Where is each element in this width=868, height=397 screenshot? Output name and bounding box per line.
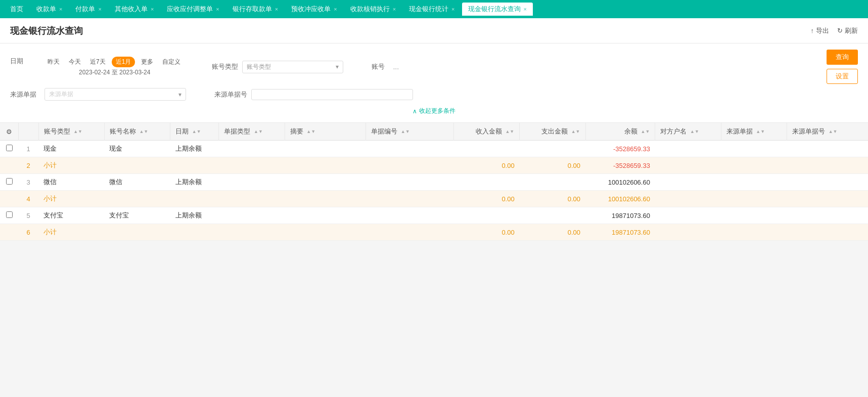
refresh-button[interactable]: ↻ 刷新 — [837, 26, 858, 35]
date-btn-custom[interactable]: 自定义 — [159, 57, 184, 67]
nav-tab-1[interactable]: 付款单 × — [69, 3, 107, 16]
td-counterpart — [655, 141, 721, 157]
nav-tab-6[interactable]: 收款核销执行 × — [344, 3, 402, 16]
td-expense — [520, 207, 585, 224]
th-balance[interactable]: 余额 ▲▼ — [585, 123, 655, 141]
td-doc-no — [366, 224, 454, 241]
sort-icon-doc-no: ▲▼ — [401, 129, 410, 134]
td-counterpart — [655, 174, 721, 191]
nav-close-0[interactable]: × — [59, 6, 62, 12]
td-account-type: 小计 — [38, 224, 104, 241]
sort-icon-balance: ▲▼ — [641, 129, 650, 134]
td-counterpart — [655, 191, 721, 207]
sort-icon-account-type: ▲▼ — [73, 129, 82, 134]
td-date — [170, 224, 219, 241]
nav-tab-0[interactable]: 收款单 × — [30, 3, 68, 16]
sort-icon-source-doc-no: ▲▼ — [829, 129, 838, 134]
source-doc-no-group: 来源单据号 — [214, 89, 413, 100]
nav-home[interactable]: 首页 — [4, 3, 29, 16]
more-dots[interactable]: ... — [391, 63, 401, 71]
td-balance: -3528659.33 — [585, 141, 655, 157]
date-options: 昨天 今天 近7天 近1月 更多 自定义 2023-02-24 至 2023-0… — [44, 57, 184, 77]
nav-tab-4[interactable]: 银行存取款单 × — [226, 3, 284, 16]
th-doc-type[interactable]: 单据类型 ▲▼ — [219, 123, 285, 141]
td-counterpart — [655, 157, 721, 174]
sort-icon-doc-type: ▲▼ — [254, 129, 263, 134]
nav-close-2[interactable]: × — [151, 6, 154, 12]
date-btn-today[interactable]: 今天 — [66, 57, 84, 67]
th-account-name[interactable]: 账号名称 ▲▼ — [104, 123, 170, 141]
sort-icon-account-name: ▲▼ — [139, 129, 148, 134]
th-date[interactable]: 日期 ▲▼ — [170, 123, 219, 141]
td-date — [170, 191, 219, 207]
top-nav: 首页 收款单 × 付款单 × 其他收入单 × 应收应付调整单 × 银行存取款单 … — [0, 0, 868, 18]
settings-button[interactable]: 设置 — [827, 69, 858, 84]
date-btn-7days[interactable]: 近7天 — [87, 57, 109, 67]
page-title: 现金银行流水查询 — [10, 25, 83, 37]
collapse-bar[interactable]: ∧ 收起更多条件 — [10, 105, 858, 118]
account-type-group: 账号类型 账号类型 ▾ — [212, 61, 343, 73]
td-source-doc — [721, 191, 787, 207]
td-checkbox[interactable] — [0, 191, 18, 207]
date-btn-1month[interactable]: 近1月 — [112, 57, 135, 67]
date-btn-yesterday[interactable]: 昨天 — [44, 57, 63, 67]
td-num: 6 — [18, 224, 38, 241]
td-doc-no — [366, 207, 454, 224]
nav-tab-7[interactable]: 现金银行统计 × — [403, 3, 461, 16]
date-btn-more[interactable]: 更多 — [138, 57, 156, 67]
source-doc-select[interactable]: 来源单据 ▾ — [44, 88, 186, 101]
td-account-name — [104, 224, 170, 241]
date-label: 日期 — [10, 57, 40, 66]
table-container: ⚙ 账号类型 ▲▼ 账号名称 ▲▼ 日期 ▲▼ 单据类型 ▲▼ — [0, 123, 868, 241]
td-checkbox[interactable] — [0, 141, 18, 157]
td-checkbox[interactable] — [0, 174, 18, 191]
nav-tab-8[interactable]: 现金银行流水查询 × — [462, 3, 533, 16]
sort-icon-summary: ▲▼ — [306, 129, 315, 134]
table-row: 3 微信 微信 上期余额 100102606.60 — [0, 174, 868, 191]
td-checkbox[interactable] — [0, 157, 18, 174]
td-doc-type — [219, 174, 285, 191]
td-expense — [520, 174, 585, 191]
query-button[interactable]: 查询 — [827, 50, 858, 65]
settings-icon: ⚙ — [6, 128, 12, 136]
td-summary — [285, 207, 366, 224]
td-num: 1 — [18, 141, 38, 157]
row-checkbox[interactable] — [6, 211, 13, 218]
sort-icon-expense: ▲▼ — [571, 129, 580, 134]
export-button[interactable]: ↑ 导出 — [811, 26, 830, 35]
source-doc-no-input[interactable] — [251, 89, 413, 100]
td-balance: 19871073.60 — [585, 207, 655, 224]
nav-close-6[interactable]: × — [393, 6, 396, 12]
nav-tab-5[interactable]: 预收冲应收单 × — [285, 3, 343, 16]
th-summary[interactable]: 摘要 ▲▼ — [285, 123, 366, 141]
date-buttons: 昨天 今天 近7天 近1月 更多 自定义 — [44, 57, 184, 67]
td-source-doc — [721, 157, 787, 174]
nav-tab-3[interactable]: 应收应付调整单 × — [161, 3, 225, 16]
td-summary — [285, 174, 366, 191]
nav-close-5[interactable]: × — [334, 6, 337, 12]
td-checkbox[interactable] — [0, 224, 18, 241]
row-checkbox[interactable] — [6, 178, 13, 185]
nav-close-8[interactable]: × — [524, 6, 527, 12]
th-settings[interactable]: ⚙ — [0, 123, 18, 141]
th-counterpart[interactable]: 对方户名 ▲▼ — [655, 123, 721, 141]
th-income[interactable]: 收入金额 ▲▼ — [453, 123, 519, 141]
td-checkbox[interactable] — [0, 207, 18, 224]
nav-close-1[interactable]: × — [98, 6, 101, 12]
td-balance: 19871073.60 — [585, 224, 655, 241]
th-source-doc-no[interactable]: 来源单据号 ▲▼ — [787, 123, 868, 141]
th-doc-no[interactable]: 单据编号 ▲▼ — [366, 123, 454, 141]
td-income: 0.00 — [453, 224, 519, 241]
row-checkbox[interactable] — [6, 145, 13, 151]
account-type-select[interactable]: 账号类型 ▾ — [242, 61, 343, 73]
th-account-type[interactable]: 账号类型 ▲▼ — [38, 123, 104, 141]
nav-close-7[interactable]: × — [451, 6, 454, 12]
nav-close-3[interactable]: × — [216, 6, 219, 12]
th-expense[interactable]: 支出金额 ▲▼ — [520, 123, 585, 141]
td-expense: 0.00 — [520, 224, 585, 241]
td-doc-type — [219, 224, 285, 241]
nav-tab-2[interactable]: 其他收入单 × — [109, 3, 160, 16]
th-source-doc[interactable]: 来源单据 ▲▼ — [721, 123, 787, 141]
td-expense — [520, 141, 585, 157]
nav-close-4[interactable]: × — [275, 6, 278, 12]
